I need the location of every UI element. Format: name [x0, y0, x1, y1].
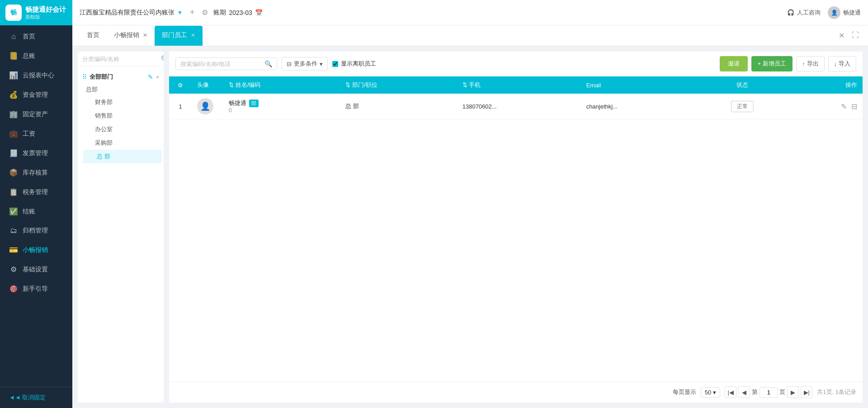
- tab-expense-close[interactable]: ✕: [143, 32, 147, 38]
- sidebar-item-label: 小畅报销: [23, 246, 48, 254]
- sidebar-pin-toggle[interactable]: ◄◄ 取消固定: [0, 387, 72, 408]
- period-info: 账期 2023-03 📅: [213, 9, 262, 17]
- dept-child-office[interactable]: 办公室: [81, 123, 164, 136]
- calendar-icon[interactable]: 📅: [255, 9, 263, 16]
- dept-edit-icon[interactable]: ✎: [148, 73, 153, 81]
- sidebar-item-label: 库存核算: [23, 169, 48, 177]
- page-next-button[interactable]: ▶: [787, 386, 799, 398]
- sidebar-item-funds[interactable]: 💰 资金管理: [0, 85, 72, 104]
- home-icon: ⌂: [9, 33, 18, 41]
- sidebar-item-label: 归档管理: [23, 227, 48, 235]
- period-label: 账期: [213, 9, 226, 17]
- sidebar-item-checkout[interactable]: ✅ 结账: [0, 202, 72, 221]
- tab-dept-emp-close[interactable]: ✕: [191, 32, 195, 38]
- main-area: 江西服宝精品有限责任公司内账张 ▼ + ⚙ 账期 2023-03 📅 🎧 人工咨…: [72, 0, 868, 408]
- settings-button[interactable]: ⚙: [202, 8, 208, 17]
- page-prev-button[interactable]: ◀: [738, 386, 750, 398]
- emp-toolbar-right: 邀请 + 新增员工 ↑ 导出 ↓ 导入: [720, 56, 856, 71]
- dept-child-label: 采购部: [95, 139, 113, 146]
- dept-child-purchase[interactable]: 采购部: [81, 136, 164, 150]
- checkout-icon: ✅: [9, 207, 18, 216]
- headset-icon: 🎧: [787, 9, 794, 16]
- sidebar-item-label: 结账: [23, 208, 35, 216]
- dept-search-icon[interactable]: 🔍: [161, 55, 164, 62]
- avatar: 👤: [828, 6, 840, 19]
- sidebar-item-archive[interactable]: 🗂 归档管理: [0, 221, 72, 240]
- col-settings[interactable]: ⚙: [169, 76, 192, 94]
- logo-name: 畅捷通好会计: [25, 5, 66, 14]
- sidebar-item-label: 税务管理: [23, 188, 48, 196]
- status-badge: 正常: [731, 101, 754, 112]
- sidebar-item-home[interactable]: ⌂ 首页: [0, 27, 72, 46]
- dept-child-finance[interactable]: 财务部: [81, 95, 164, 109]
- dept-root-total[interactable]: 总部: [81, 84, 164, 95]
- ledger-icon: 📒: [9, 52, 18, 60]
- all-dept-header[interactable]: ⠿ 全部部门 ✎ «: [78, 70, 164, 84]
- avatar: 👤: [197, 98, 213, 114]
- sidebar-item-basic[interactable]: ⚙ 基础设置: [0, 260, 72, 279]
- sidebar-item-tax[interactable]: 📋 税务管理: [0, 182, 72, 202]
- expense-icon: 💳: [9, 246, 18, 254]
- sidebar-item-invoice[interactable]: 🧾 发票管理: [0, 143, 72, 163]
- export-button[interactable]: ↑ 导出: [796, 56, 825, 71]
- dept-root-label: 总部: [86, 86, 98, 93]
- col-dept[interactable]: ⇅ 部门/职位: [340, 76, 457, 94]
- page-last-button[interactable]: ▶|: [801, 386, 812, 398]
- col-name[interactable]: ⇅ 姓名/编码: [223, 76, 340, 94]
- dept-child-general[interactable]: 总 部: [83, 150, 162, 163]
- user-menu[interactable]: 👤 畅捷通: [828, 6, 861, 19]
- period-value: 2023-03: [229, 9, 252, 16]
- dept-child-label: 销售部: [95, 112, 113, 119]
- sidebar-item-guide[interactable]: 🎯 新手引导: [0, 279, 72, 299]
- import-button[interactable]: ↓ 导入: [828, 56, 857, 71]
- topbar-right: 🎧 人工咨询 👤 畅捷通: [787, 6, 861, 19]
- emp-badge: 部: [249, 100, 259, 107]
- support-label: 人工咨询: [797, 9, 821, 17]
- show-resigned-checkbox[interactable]: [332, 61, 338, 67]
- sidebar-item-expense[interactable]: 💳 小畅报销: [0, 240, 72, 260]
- sidebar-item-inventory[interactable]: 📦 库存核算: [0, 163, 72, 182]
- add-employee-button[interactable]: + 新增员工: [751, 56, 793, 71]
- basic-icon: ⚙: [9, 265, 18, 274]
- page-input[interactable]: [760, 387, 778, 398]
- company-name[interactable]: 江西服宝精品有限责任公司内账张 ▼: [80, 9, 183, 17]
- sidebar-item-reports[interactable]: 📊 云报表中心: [0, 66, 72, 85]
- emp-edit-button[interactable]: ✎: [841, 102, 847, 111]
- sidebar-item-label: 云报表中心: [23, 71, 54, 80]
- emp-filter-button[interactable]: ⊟ 更多条件 ▾: [282, 57, 328, 71]
- sidebar-item-assets[interactable]: 🏢 固定资产: [0, 104, 72, 124]
- tab-expense[interactable]: 小畅报销 ✕: [107, 26, 155, 46]
- emp-search-input[interactable]: [180, 61, 262, 67]
- sidebar-item-salary[interactable]: 💼 工资: [0, 124, 72, 143]
- sidebar-item-label: 固定资产: [23, 110, 48, 119]
- show-resigned-toggle[interactable]: 显示离职员工: [332, 60, 376, 68]
- tab-expand-button[interactable]: ⛶: [850, 29, 861, 42]
- emp-search-icon[interactable]: 🔍: [264, 60, 272, 67]
- page-first-button[interactable]: |◀: [725, 386, 736, 398]
- dept-collapse-icon[interactable]: «: [156, 74, 159, 80]
- add-company-button[interactable]: +: [190, 8, 195, 17]
- company-dropdown-icon[interactable]: ▼: [177, 9, 183, 16]
- sidebar-item-ledger[interactable]: 📒 总账: [0, 46, 72, 66]
- tab-close-all-button[interactable]: ✕: [837, 29, 846, 42]
- page-suffix-label: 页: [779, 388, 785, 396]
- support-button[interactable]: 🎧 人工咨询: [787, 9, 821, 17]
- table-header-row: ⚙ 头像 ⇅ 姓名/编码 ⇅ 部门/职位 ⇅: [169, 76, 863, 94]
- guide-icon: 🎯: [9, 285, 18, 293]
- col-actions: 操作: [788, 76, 863, 94]
- col-status: 状态: [697, 76, 788, 94]
- page-size-selector[interactable]: 50 ▾: [701, 387, 720, 398]
- dept-child-sales[interactable]: 销售部: [81, 109, 164, 123]
- emp-more-button[interactable]: ⊟: [851, 102, 857, 111]
- page-total-label: 共1页, 1条记录: [817, 388, 856, 396]
- col-phone[interactable]: ⇅ 手机: [457, 76, 581, 94]
- page-navigation: |◀ ◀ 第 页 ▶ ▶|: [725, 386, 812, 398]
- tabbar: 首页 小畅报销 ✕ 部门员工 ✕ ✕ ⛶: [72, 25, 868, 46]
- sidebar-item-label: 资金管理: [23, 91, 48, 99]
- tab-dept-emp[interactable]: 部门员工 ✕: [155, 26, 203, 46]
- tab-home[interactable]: 首页: [80, 26, 107, 46]
- invite-button[interactable]: 邀请: [720, 56, 748, 71]
- dept-search-input[interactable]: [82, 56, 158, 62]
- sidebar: 畅 畅捷通好会计 旗舰版 ⌂ 首页 📒 总账 📊 云报表中心 💰 资金管理 🏢 …: [0, 0, 72, 408]
- sidebar-item-label: 工资: [23, 130, 35, 138]
